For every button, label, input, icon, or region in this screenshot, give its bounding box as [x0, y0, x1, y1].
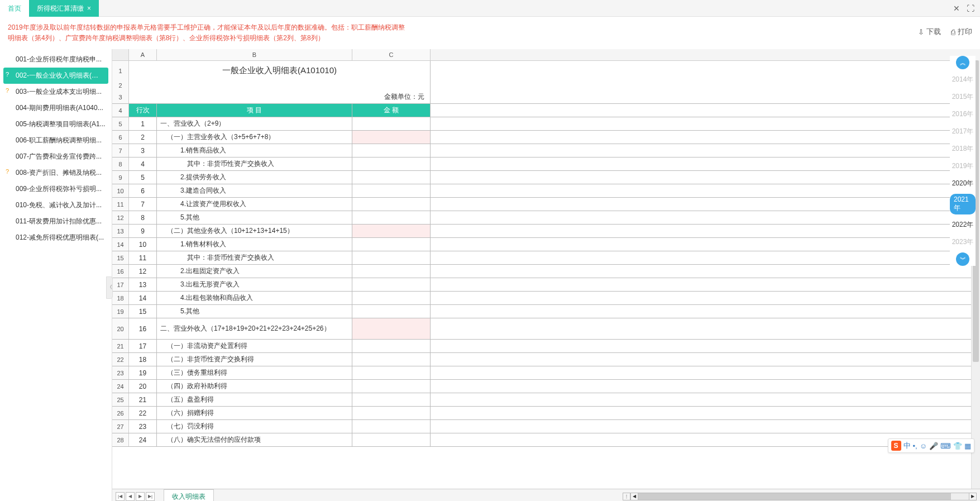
cell-item[interactable]: 5.其他 [157, 305, 352, 318]
cell-item[interactable]: 一、营业收入（2+9） [157, 117, 352, 130]
row-header[interactable]: 28 [112, 433, 129, 446]
cell-amount[interactable] [352, 238, 431, 251]
cell-item[interactable]: 4.让渡资产使用权收入 [157, 198, 352, 211]
corner-cell[interactable] [112, 49, 129, 60]
cell-amount[interactable] [352, 225, 431, 237]
row-header[interactable]: 5 [112, 117, 129, 130]
nav-last-icon[interactable]: ▶| [146, 492, 155, 501]
row-header[interactable]: 7 [112, 144, 129, 157]
row-header[interactable]: 15 [112, 251, 129, 264]
cell-item[interactable]: 5.其他 [157, 211, 352, 224]
download-button[interactable]: ⇩ 下载 [918, 27, 941, 37]
scroll-track[interactable] [638, 493, 969, 500]
cell-item[interactable]: 1.销售商品收入 [157, 144, 352, 157]
row-header[interactable]: 19 [112, 305, 129, 318]
ime-toolbar[interactable]: S 中 •, ☺ 🎤 ⌨ 👕 ▦ [888, 438, 974, 453]
year-down-icon[interactable]: ︾ [956, 252, 969, 266]
cell-amount[interactable] [352, 292, 431, 304]
cell-item[interactable]: 其中：非货币性资产交换收入 [157, 251, 352, 264]
cell-index[interactable]: 9 [129, 225, 157, 237]
cell-amount[interactable] [352, 407, 431, 419]
cell-index[interactable]: 7 [129, 198, 157, 211]
row-header[interactable]: 18 [112, 292, 129, 304]
cell-index[interactable]: 24 [129, 433, 157, 446]
sidebar-item[interactable]: 007-广告费和业务宣传费跨... [0, 149, 112, 165]
year-item[interactable]: 2019年 [951, 159, 975, 173]
sidebar-item[interactable]: 006-职工薪酬纳税调整明细... [0, 132, 112, 149]
cell-item[interactable]: （三）债务重组利得 [157, 366, 352, 379]
cell-index[interactable]: 10 [129, 238, 157, 251]
cell-item[interactable]: （二）其他业务收入（10+12+13+14+15） [157, 225, 352, 237]
ime-punct-icon[interactable]: •, [913, 442, 917, 450]
cell-item[interactable]: 1.销售材料收入 [157, 238, 352, 251]
cell-index[interactable]: 16 [129, 318, 157, 339]
sidebar-item[interactable]: ?003-一般企业成本支出明细... [0, 84, 112, 100]
cell-item[interactable]: 2.出租固定资产收入 [157, 265, 352, 278]
cell-index[interactable]: 4 [129, 158, 157, 170]
cell-index[interactable]: 19 [129, 366, 157, 379]
cell-index[interactable]: 5 [129, 171, 157, 184]
cell-item[interactable]: 4.出租包装物和商品收入 [157, 292, 352, 304]
sidebar-item[interactable]: 005-纳税调整项目明细表(A1... [0, 116, 112, 132]
close-icon[interactable]: ✕ [953, 4, 960, 13]
cell-index[interactable]: 8 [129, 211, 157, 224]
cell-index[interactable]: 15 [129, 305, 157, 318]
cell-amount[interactable] [352, 131, 431, 144]
cell-amount[interactable] [352, 251, 431, 264]
row-header[interactable]: 2 [112, 80, 129, 90]
cell-index[interactable]: 13 [129, 278, 157, 291]
row-header[interactable]: 14 [112, 238, 129, 251]
cell-item[interactable]: （四）政府补助利得 [157, 380, 352, 393]
cell-item[interactable]: （七）罚没利得 [157, 420, 352, 433]
cell-amount[interactable] [352, 305, 431, 318]
cell-item[interactable]: 3.建造合同收入 [157, 184, 352, 197]
grid-body[interactable]: 1 一般企业收入明细表(A101010) 2 3 金额单位：元 4 行次 项 目… [112, 61, 980, 489]
fullscreen-icon[interactable]: ⛶ [967, 4, 974, 13]
cell-item[interactable]: （二）非货币性资产交换利得 [157, 353, 352, 366]
row-header[interactable]: 9 [112, 171, 129, 184]
row-header[interactable]: 27 [112, 420, 129, 433]
col-header-c[interactable]: C [352, 49, 431, 60]
year-item[interactable]: 2022年 [951, 218, 975, 232]
cell-amount[interactable] [352, 380, 431, 393]
cell-amount[interactable] [352, 278, 431, 291]
tab-home[interactable]: 首页 [0, 0, 29, 17]
sidebar-item[interactable]: 012-减免所得税优惠明细表(... [0, 230, 112, 246]
cell-index[interactable]: 6 [129, 184, 157, 197]
cell-amount[interactable] [352, 265, 431, 278]
col-header-b[interactable]: B [157, 49, 352, 60]
cell-index[interactable]: 14 [129, 292, 157, 304]
cell-index[interactable]: 3 [129, 144, 157, 157]
year-item[interactable]: 2017年 [951, 125, 975, 139]
sidebar-item[interactable]: 010-免税、减计收入及加计... [0, 197, 112, 213]
sidebar-item[interactable]: ?002-一般企业收入明细表(A1... [3, 68, 108, 84]
sidebar-collapse-button[interactable]: 《 [106, 276, 113, 299]
row-header[interactable]: 23 [112, 366, 129, 379]
ime-logo-icon[interactable]: S [891, 441, 901, 451]
cell-item[interactable]: 其中：非货币性资产交换收入 [157, 158, 352, 170]
cell-amount[interactable] [352, 211, 431, 224]
row-header[interactable]: 12 [112, 211, 129, 224]
cell-item[interactable]: 3.出租无形资产收入 [157, 278, 352, 291]
print-button[interactable]: ⎙ 打印 [951, 27, 972, 37]
ime-menu-icon[interactable]: ▦ [964, 442, 971, 450]
cell-index[interactable]: 21 [129, 393, 157, 406]
row-header[interactable]: 8 [112, 158, 129, 170]
cell-index[interactable]: 22 [129, 407, 157, 419]
year-item[interactable]: 2018年 [951, 142, 975, 156]
cell-amount[interactable] [352, 366, 431, 379]
col-header-a[interactable]: A [129, 49, 157, 60]
cell-amount[interactable] [352, 353, 431, 366]
ime-skin-icon[interactable]: 👕 [953, 442, 962, 450]
cell-item[interactable]: （一）非流动资产处置利得 [157, 340, 352, 352]
row-header[interactable]: 22 [112, 353, 129, 366]
ime-keyboard-icon[interactable]: ⌨ [940, 442, 951, 450]
cell-item[interactable]: （八）确实无法偿付的应付款项 [157, 433, 352, 446]
sidebar-item[interactable]: 004-期间费用明细表(A1040... [0, 100, 112, 116]
row-header[interactable]: 25 [112, 393, 129, 406]
scroll-right-icon[interactable]: ▶ [969, 493, 977, 500]
year-up-icon[interactable]: ︽ [956, 56, 969, 69]
cell-item[interactable]: （六）捐赠利得 [157, 407, 352, 419]
sidebar-item[interactable]: 009-企业所得税弥补亏损明... [0, 181, 112, 197]
scroll-handle-icon[interactable]: ⋮ [623, 493, 630, 500]
